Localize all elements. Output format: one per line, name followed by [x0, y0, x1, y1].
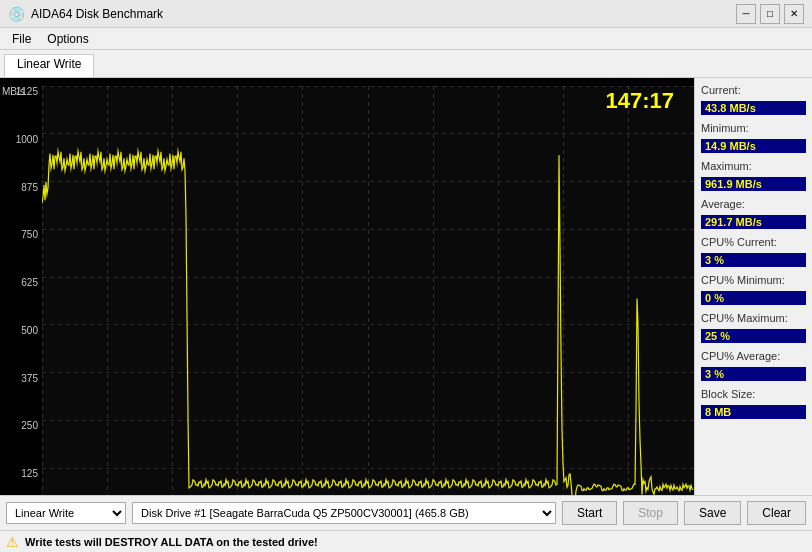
minimize-button[interactable]: ─	[736, 4, 756, 24]
y-label-1000: 1000	[16, 134, 38, 145]
y-label-500: 500	[21, 325, 38, 336]
close-button[interactable]: ✕	[784, 4, 804, 24]
main-content: MB/s 147:17 1125 1000 875 750 625 500 37…	[0, 78, 812, 552]
title-bar-controls: ─ □ ✕	[736, 4, 804, 24]
y-label-250: 250	[21, 420, 38, 431]
y-label-375: 375	[21, 373, 38, 384]
title-bar-left: 💿 AIDA64 Disk Benchmark	[8, 6, 163, 22]
warning-text: Write tests will DESTROY ALL DATA on the…	[25, 536, 318, 548]
clear-button[interactable]: Clear	[747, 501, 806, 525]
chart-canvas	[42, 86, 694, 516]
tab-bar: Linear Write	[0, 50, 812, 78]
bottom-section: Linear Write Disk Drive #1 [Seagate Barr…	[0, 495, 812, 552]
menu-file[interactable]: File	[4, 31, 39, 47]
right-panel: Current: 43.8 MB/s Minimum: 14.9 MB/s Ma…	[694, 78, 812, 552]
app-icon: 💿	[8, 6, 25, 22]
cpu-average-label: CPU% Average:	[701, 350, 806, 362]
chart-area: MB/s 147:17 1125 1000 875 750 625 500 37…	[0, 78, 694, 552]
maximum-value: 961.9 MB/s	[701, 177, 806, 191]
cpu-maximum-value: 25 %	[701, 329, 806, 343]
tab-linear-write[interactable]: Linear Write	[4, 54, 94, 77]
window-title: AIDA64 Disk Benchmark	[31, 7, 163, 21]
y-label-875: 875	[21, 182, 38, 193]
title-bar: 💿 AIDA64 Disk Benchmark ─ □ ✕	[0, 0, 812, 28]
minimum-label: Minimum:	[701, 122, 806, 134]
y-label-125: 125	[21, 468, 38, 479]
y-label-1125: 1125	[16, 86, 38, 97]
current-value: 43.8 MB/s	[701, 101, 806, 115]
stop-button[interactable]: Stop	[623, 501, 678, 525]
y-label-750: 750	[21, 229, 38, 240]
block-size-label: Block Size:	[701, 388, 806, 400]
average-value: 291.7 MB/s	[701, 215, 806, 229]
current-label: Current:	[701, 84, 806, 96]
start-button[interactable]: Start	[562, 501, 617, 525]
cpu-current-value: 3 %	[701, 253, 806, 267]
chart-timer: 147:17	[605, 88, 674, 114]
test-type-select[interactable]: Linear Write	[6, 502, 126, 524]
cpu-average-value: 3 %	[701, 367, 806, 381]
maximize-button[interactable]: □	[760, 4, 780, 24]
cpu-minimum-value: 0 %	[701, 291, 806, 305]
controls-row: Linear Write Disk Drive #1 [Seagate Barr…	[0, 496, 812, 530]
y-axis: 1125 1000 875 750 625 500 375 250 125	[0, 86, 42, 516]
y-label-625: 625	[21, 277, 38, 288]
menu-options[interactable]: Options	[39, 31, 96, 47]
menu-bar: File Options	[0, 28, 812, 50]
warning-icon: ⚠	[6, 534, 19, 550]
average-label: Average:	[701, 198, 806, 210]
warning-row: ⚠ Write tests will DESTROY ALL DATA on t…	[0, 530, 812, 552]
save-button[interactable]: Save	[684, 501, 741, 525]
cpu-current-label: CPU% Current:	[701, 236, 806, 248]
maximum-label: Maximum:	[701, 160, 806, 172]
cpu-minimum-label: CPU% Minimum:	[701, 274, 806, 286]
minimum-value: 14.9 MB/s	[701, 139, 806, 153]
cpu-maximum-label: CPU% Maximum:	[701, 312, 806, 324]
block-size-value: 8 MB	[701, 405, 806, 419]
drive-select[interactable]: Disk Drive #1 [Seagate BarraCuda Q5 ZP50…	[132, 502, 556, 524]
